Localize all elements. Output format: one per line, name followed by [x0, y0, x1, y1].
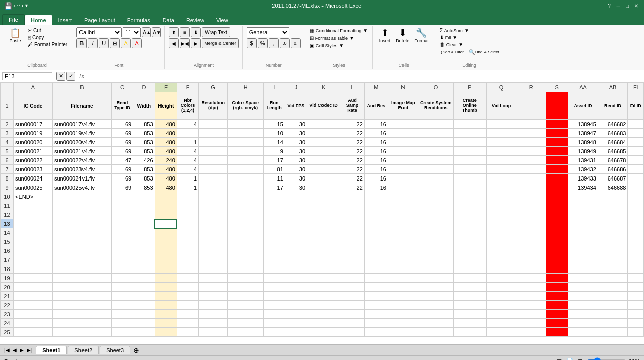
- cell-5-L[interactable]: 22: [340, 147, 365, 156]
- cell-2-J[interactable]: 30: [285, 120, 307, 129]
- merge-center-button[interactable]: Merge & Center: [202, 38, 239, 48]
- cell-7-E[interactable]: 480: [155, 165, 177, 174]
- cell-2-P[interactable]: [453, 120, 486, 129]
- underline-button[interactable]: U: [99, 38, 109, 48]
- cell-3-S[interactable]: [546, 129, 568, 138]
- col-header-C[interactable]: C: [111, 83, 133, 92]
- cell-10-D[interactable]: [133, 192, 155, 201]
- col-header-R[interactable]: R: [516, 83, 546, 92]
- col-header-A[interactable]: A: [13, 83, 52, 92]
- cell-5-E[interactable]: 480: [155, 147, 177, 156]
- cell-8-I[interactable]: 11: [263, 174, 285, 183]
- cell-4-D[interactable]: 853: [133, 138, 155, 147]
- fill-color-button[interactable]: A: [121, 38, 131, 48]
- sheet-tab-1[interactable]: Sheet1: [36, 346, 67, 354]
- cell-4-A[interactable]: sun000020: [13, 138, 52, 147]
- cell-10-A[interactable]: <END>: [13, 192, 52, 201]
- cell-1-H[interactable]: Color Space (rgb, cmyk): [228, 92, 263, 120]
- tab-formulas[interactable]: Formulas: [121, 15, 156, 25]
- prev-sheet-button[interactable]: ◀: [12, 346, 18, 354]
- format-button[interactable]: 🔧 Format: [412, 27, 431, 44]
- cell-1-N[interactable]: Image Map Euid: [388, 92, 418, 120]
- cell-1-I[interactable]: Run Length: [263, 92, 285, 120]
- fill-button[interactable]: ⬇ Fill ▼: [438, 34, 459, 41]
- cell-2-O[interactable]: [418, 120, 453, 129]
- cell-5-AA[interactable]: 138949: [568, 147, 598, 156]
- cell-5-S[interactable]: [546, 147, 568, 156]
- col-header-L[interactable]: L: [340, 83, 365, 92]
- zoom-slider[interactable]: [587, 357, 627, 361]
- cell-6-B[interactable]: sun000022v4.flv: [52, 156, 111, 165]
- col-header-I[interactable]: I: [263, 83, 285, 92]
- tab-review[interactable]: Review: [180, 15, 210, 25]
- col-header-O[interactable]: O: [418, 83, 453, 92]
- cell-8-B[interactable]: sun000024v1.flv: [52, 174, 111, 183]
- cell-5-H[interactable]: [228, 147, 263, 156]
- cell-7-H[interactable]: [228, 165, 263, 174]
- cell-10-B[interactable]: [52, 192, 111, 201]
- cell-3-O[interactable]: [418, 129, 453, 138]
- qat-dropdown-icon[interactable]: ▼: [24, 3, 29, 8]
- col-header-AB[interactable]: AB: [598, 83, 628, 92]
- cell-9-P[interactable]: [453, 183, 486, 192]
- cell-8-M[interactable]: 16: [364, 174, 388, 183]
- cell-6-Fi[interactable]: [628, 156, 644, 165]
- cell-3-Q[interactable]: [486, 129, 516, 138]
- cell-4-Q[interactable]: [486, 138, 516, 147]
- cell-1-S[interactable]: [546, 92, 568, 120]
- wrap-text-button[interactable]: Wrap Text: [202, 27, 230, 37]
- cell-7-M[interactable]: 16: [364, 165, 388, 174]
- cell-10-M[interactable]: [364, 192, 388, 201]
- redo-icon[interactable]: ↪: [19, 3, 23, 9]
- cell-7-K[interactable]: [307, 165, 340, 174]
- cell-8-R[interactable]: [516, 174, 546, 183]
- tab-home[interactable]: Home: [25, 15, 52, 25]
- tab-page-layout[interactable]: Page Layout: [78, 15, 121, 25]
- cell-3-E[interactable]: 480: [155, 129, 177, 138]
- cell-9-AA[interactable]: 139434: [568, 183, 598, 192]
- cell-1-O[interactable]: Create System Renditions: [418, 92, 453, 120]
- sort-filter-button[interactable]: ↕ Sort & Filter: [438, 48, 466, 56]
- cell-2-AA[interactable]: 138945: [568, 120, 598, 129]
- cell-10-H[interactable]: [228, 192, 263, 201]
- col-header-AA[interactable]: AA: [568, 83, 598, 92]
- format-table-button[interactable]: ⊞ Format as Table ▼: [308, 35, 356, 41]
- cell-6-F[interactable]: 4: [177, 156, 198, 165]
- cell-4-R[interactable]: [516, 138, 546, 147]
- cell-7-F[interactable]: 4: [177, 165, 198, 174]
- cell-7-L[interactable]: 22: [340, 165, 365, 174]
- cell-3-P[interactable]: [453, 129, 486, 138]
- tab-file[interactable]: File: [2, 14, 25, 25]
- cell-9-R[interactable]: [516, 183, 546, 192]
- cell-3-L[interactable]: 22: [340, 129, 365, 138]
- insert-button[interactable]: ⬆ Insert: [377, 27, 393, 44]
- cancel-formula-button[interactable]: ✕: [56, 72, 65, 81]
- cell-7-P[interactable]: [453, 165, 486, 174]
- cell-9-A[interactable]: sun000025: [13, 183, 52, 192]
- autosum-button[interactable]: Σ AutoSum ▼: [438, 27, 471, 34]
- cell-9-M[interactable]: 16: [364, 183, 388, 192]
- page-break-view-button[interactable]: ⊞: [578, 358, 583, 361]
- cell-10-AB[interactable]: [598, 192, 628, 201]
- help-icon[interactable]: ?: [606, 2, 613, 9]
- cell-5-B[interactable]: sun000021v4.flv: [52, 147, 111, 156]
- cell-8-AB[interactable]: 646687: [598, 174, 628, 183]
- cell-5-I[interactable]: 9: [263, 147, 285, 156]
- cell-4-AB[interactable]: 646684: [598, 138, 628, 147]
- cell-2-E[interactable]: 480: [155, 120, 177, 129]
- cell-1-C[interactable]: Rend Type ID: [111, 92, 133, 120]
- col-header-Fi[interactable]: Fi: [628, 83, 644, 92]
- cell-8-S[interactable]: [546, 174, 568, 183]
- cell-styles-button[interactable]: ▣ Cell Styles ▼: [308, 42, 345, 49]
- cell-9-C[interactable]: 69: [111, 183, 133, 192]
- cell-4-E[interactable]: 480: [155, 138, 177, 147]
- cell-10-Fi[interactable]: [628, 192, 644, 201]
- cell-8-Fi[interactable]: [628, 174, 644, 183]
- cell-3-M[interactable]: 16: [364, 129, 388, 138]
- cell-5-P[interactable]: [453, 147, 486, 156]
- cell-10-P[interactable]: [453, 192, 486, 201]
- col-header-K[interactable]: K: [307, 83, 340, 92]
- cell-1-R[interactable]: [516, 92, 546, 120]
- undo-icon[interactable]: ↩: [13, 3, 18, 9]
- cell-7-S[interactable]: [546, 165, 568, 174]
